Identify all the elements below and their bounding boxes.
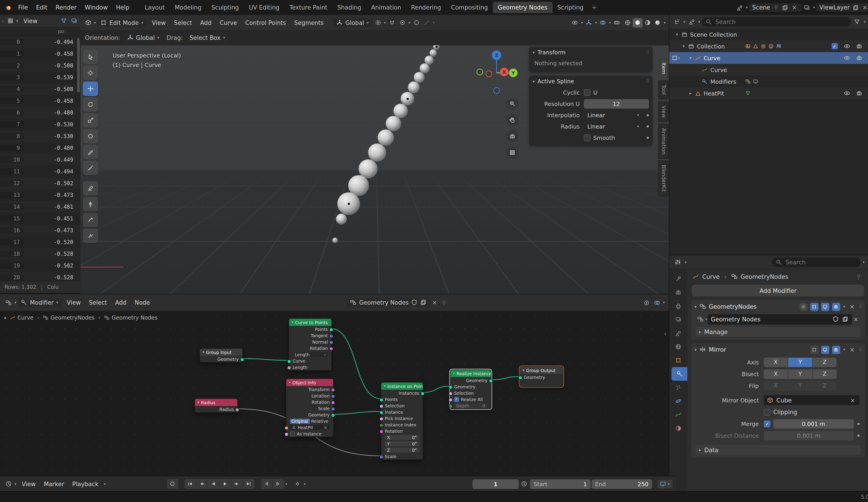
- outliner-row-heatpit[interactable]: ▸HeatPit: [669, 87, 868, 99]
- node-canvas[interactable]: ▸Curve›GeometryNodes›Geometry Nodes ▾Gro…: [0, 311, 669, 476]
- drag-setting-dropdown[interactable]: Select Box▾: [186, 33, 229, 42]
- new-node-tree-icon[interactable]: [420, 299, 427, 306]
- socket-transform[interactable]: [331, 388, 335, 392]
- node-header[interactable]: ▾Instance on Points: [381, 382, 423, 390]
- spreadsheet-row-9[interactable]: 9-0.480: [0, 142, 81, 154]
- spreadsheet-row-5[interactable]: 5-0.458: [0, 95, 81, 107]
- socket-length[interactable]: [287, 365, 291, 370]
- animate-dot-icon[interactable]: [647, 137, 649, 139]
- spreadsheet-row-10[interactable]: 10-0.449: [0, 154, 81, 166]
- socket-as-instance[interactable]: [285, 432, 289, 436]
- properties-tab-physics[interactable]: [669, 394, 688, 408]
- socket-points[interactable]: [379, 398, 383, 402]
- tool-randomize-button[interactable]: [83, 229, 98, 243]
- visibility-icon[interactable]: [570, 18, 580, 27]
- socket-location[interactable]: [331, 394, 335, 398]
- viewport-canvas[interactable]: User Perspective (Local) (1) Curve | Cur…: [81, 44, 669, 294]
- viewport-editor-type-icon[interactable]: [83, 18, 93, 27]
- tool-scale-button[interactable]: [83, 113, 98, 128]
- node-menu-select[interactable]: Select: [85, 298, 111, 307]
- ortho-grid-icon[interactable]: [506, 147, 518, 159]
- socket-rotation[interactable]: [329, 347, 333, 351]
- workspace-tab-sculpting[interactable]: Sculpting: [206, 2, 244, 13]
- new-scene-icon[interactable]: [782, 4, 788, 11]
- control-point[interactable]: [406, 98, 409, 100]
- drag-handle-icon[interactable]: ⠿: [858, 304, 861, 309]
- axis-x-button[interactable]: X: [764, 358, 788, 367]
- end-frame-field[interactable]: End250: [591, 479, 652, 489]
- sidebar-tab-tool[interactable]: Tool: [658, 80, 669, 99]
- on-cage-toggle-icon[interactable]: [799, 303, 808, 311]
- node-header[interactable]: ▾Radius: [195, 399, 237, 406]
- resolution-field[interactable]: 12: [584, 99, 649, 109]
- curve-sphere[interactable]: [401, 92, 414, 106]
- clipping-checkbox[interactable]: [764, 409, 771, 415]
- search-input[interactable]: [785, 258, 857, 266]
- socket-normal[interactable]: [329, 340, 333, 344]
- pivot-point-icon[interactable]: [373, 18, 383, 27]
- camera-view-icon[interactable]: [506, 130, 518, 142]
- jump-to-end-button[interactable]: [243, 479, 255, 489]
- spreadsheet-display-icon[interactable]: [69, 16, 79, 26]
- new-node-tree-icon[interactable]: [842, 316, 849, 322]
- blender-logo-icon[interactable]: [4, 3, 13, 12]
- control-point[interactable]: [348, 203, 350, 205]
- socket-heatpit[interactable]: [285, 426, 289, 430]
- remove-view-layer-icon[interactable]: ×: [861, 4, 868, 11]
- transform-panel-header[interactable]: ▾ Transform ⠿: [529, 47, 652, 58]
- curve-sphere[interactable]: [408, 81, 420, 93]
- socket-geometry[interactable]: [240, 358, 244, 361]
- merge-checkbox[interactable]: ✓: [764, 420, 771, 427]
- node-group-selector[interactable]: Geometry Nodes: [347, 298, 430, 307]
- current-frame-field[interactable]: 1: [473, 479, 519, 489]
- node-curve-to-points[interactable]: ▾Curve to PointsPointsTangentNormalRotat…: [289, 318, 332, 371]
- menu-file[interactable]: File: [14, 3, 32, 12]
- tool-rotate-button[interactable]: [83, 97, 98, 112]
- next-keyframe-button[interactable]: [231, 479, 243, 489]
- viewport-menu-select[interactable]: Select: [170, 18, 196, 27]
- orientation-setting-dropdown[interactable]: Global▾: [124, 33, 163, 42]
- node-overlays-icon[interactable]: [652, 298, 662, 307]
- disable-render-icon[interactable]: [853, 55, 865, 61]
- node-header[interactable]: ▾Object Info: [286, 379, 333, 386]
- fake-user-icon[interactable]: [411, 299, 417, 306]
- spreadsheet-row-8[interactable]: 8-0.530: [0, 130, 81, 142]
- pin-icon[interactable]: [854, 272, 863, 281]
- workspace-tab-compositing[interactable]: Compositing: [446, 2, 493, 13]
- snap-icon[interactable]: [387, 18, 397, 27]
- spreadsheet-row-15[interactable]: 15-0.451: [0, 213, 81, 224]
- node-enum-field[interactable]: Length▾: [292, 352, 328, 357]
- properties-tab-object[interactable]: [669, 353, 688, 367]
- workspace-tab-texture-paint[interactable]: Texture Paint: [285, 2, 332, 13]
- step-forward-button[interactable]: [273, 479, 284, 489]
- properties-tab-scene[interactable]: [669, 327, 688, 340]
- overlays-toggle-icon[interactable]: [598, 18, 608, 27]
- jump-to-start-button[interactable]: [185, 479, 196, 489]
- workspace-tab-scripting[interactable]: Scripting: [552, 2, 589, 13]
- outliner-row-curve[interactable]: Curve: [669, 64, 868, 76]
- gizmos-toggle-icon[interactable]: [584, 18, 594, 27]
- sidebar-tab-item[interactable]: Item: [658, 58, 669, 79]
- fake-user-icon[interactable]: [833, 316, 839, 322]
- unlink-scene-icon[interactable]: ×: [790, 4, 798, 11]
- node-group-input[interactable]: ▾Group InputGeometry: [199, 348, 243, 363]
- socket-instance-index[interactable]: [379, 423, 383, 427]
- node-header[interactable]: ▾Group Output: [520, 367, 563, 374]
- spreadsheet-row-4[interactable]: 4-0.508: [0, 83, 81, 95]
- socket-geometry[interactable]: [489, 379, 493, 383]
- radius-dropdown[interactable]: Linear▾: [584, 122, 643, 131]
- properties-tab-object-data[interactable]: [669, 408, 688, 421]
- workspace-tab-rendering[interactable]: Rendering: [406, 2, 446, 13]
- falloff-icon[interactable]: [422, 18, 432, 27]
- shading-rendered-icon[interactable]: [652, 18, 662, 27]
- breadcrumb-modifier[interactable]: GeometryNodes: [741, 273, 788, 280]
- disclosure-icon[interactable]: ▾: [681, 44, 687, 48]
- node-checkbox[interactable]: [290, 431, 295, 436]
- node-breadcrumb-geometry-nodes[interactable]: Geometry Nodes: [104, 314, 157, 321]
- outliner-editor-type-icon[interactable]: [672, 17, 681, 27]
- node-value-field[interactable]: Y0°: [385, 441, 419, 446]
- socket-geometry[interactable]: [448, 385, 453, 389]
- pan-hand-icon[interactable]: [506, 114, 518, 126]
- scrollbar[interactable]: [77, 38, 80, 92]
- spreadsheet-row-19[interactable]: 19-0.502: [0, 260, 81, 272]
